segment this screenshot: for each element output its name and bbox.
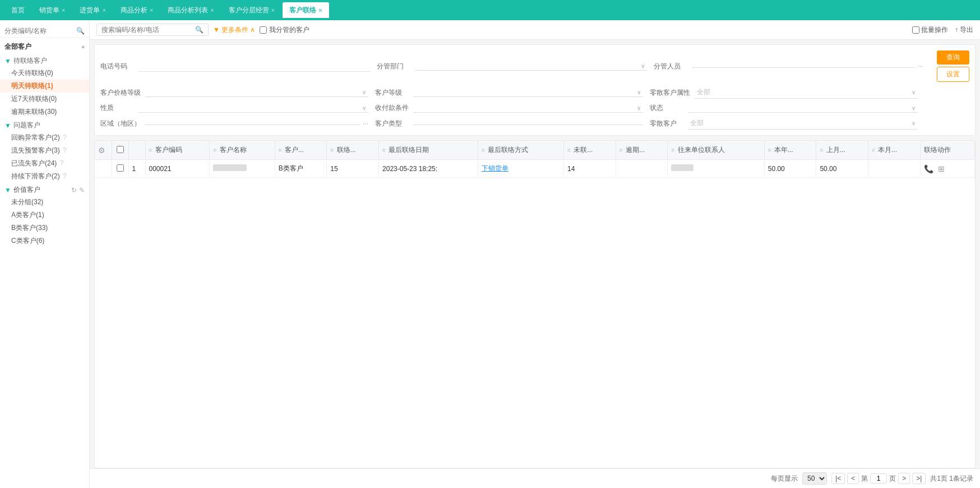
search-input[interactable] xyxy=(101,26,195,34)
col-last-contact-method[interactable]: ≡ 最后联络方式 xyxy=(478,141,563,160)
nav-item-sales[interactable]: 销货单 × xyxy=(33,2,72,18)
sidebar-item-a-class[interactable]: A类客户(1) xyxy=(0,209,89,222)
declining-help-icon[interactable]: ? xyxy=(63,172,67,180)
prev-page-btn[interactable]: < xyxy=(847,473,859,484)
batch-ops-checkbox[interactable] xyxy=(912,26,919,34)
problem-group-label: 问题客户 xyxy=(13,121,40,130)
next-page-btn[interactable]: > xyxy=(898,473,910,484)
sidebar-item-b-class[interactable]: B类客户(33) xyxy=(0,222,89,234)
nav-product-analysis-list-close[interactable]: × xyxy=(210,7,214,13)
all-customers-header[interactable]: 全部客户 « xyxy=(0,40,89,54)
more-conditions-arrow: ∧ xyxy=(250,26,255,34)
col-last-contact-date[interactable]: ≡ 最后联络日期 xyxy=(379,141,478,160)
pending-group-title[interactable]: ▼ 待联络客户 xyxy=(0,54,89,67)
col-contacts[interactable]: ≡ 联络... xyxy=(327,141,379,160)
repurchase-help-icon[interactable]: ? xyxy=(63,133,67,141)
row-grid-icon[interactable]: ⊞ xyxy=(938,164,945,173)
col-customer-code[interactable]: ≡ 客户编码 xyxy=(145,141,210,160)
filter-dept-arrow: ∨ xyxy=(641,63,645,69)
filter-price-level: 客户价格等级 ∨ xyxy=(100,88,368,98)
value-group-refresh-icon[interactable]: ↻ xyxy=(71,186,77,194)
filter-dept-select[interactable]: ∨ xyxy=(415,62,646,71)
col-last-month[interactable]: ≡ 上月... xyxy=(816,141,868,160)
filter-price-level-label: 客户价格等级 xyxy=(100,88,141,98)
nav-customer-segment-close[interactable]: × xyxy=(271,7,275,13)
nav-item-product-analysis[interactable]: 商品分析 × xyxy=(114,2,160,18)
col-contacts-person[interactable]: ≡ 往来单位联系人 xyxy=(668,141,764,160)
sidebar-item-today-pending[interactable]: 今天待联络(0) xyxy=(0,67,89,80)
value-group-arrow: ▼ xyxy=(4,186,11,194)
row-last-contact-method-cell[interactable]: 下销货单 xyxy=(478,160,563,178)
filter-region: 区域（地区） ··· xyxy=(100,119,368,128)
filter-region-dots[interactable]: ··· xyxy=(363,119,368,127)
nav-customer-contact-close[interactable]: × xyxy=(318,7,322,13)
filter-price-level-select[interactable]: ∨ xyxy=(145,88,368,97)
col-contacts-label: 联络... xyxy=(337,146,356,154)
my-customers-checkbox[interactable] xyxy=(260,26,267,34)
churn-warning-help-icon[interactable]: ? xyxy=(63,146,67,154)
sidebar-item-repurchase-abnormal[interactable]: 回购异常客户(2) ? xyxy=(0,131,89,144)
sidebar-item-ungrouped[interactable]: 未分组(32) xyxy=(0,196,89,209)
filter-retail-attr-select[interactable]: 全部 ∨ xyxy=(695,86,918,99)
repurchase-label: 回购异常客户(2) xyxy=(11,133,60,141)
sidebar-item-tomorrow-pending[interactable]: 明天待联络(1) xyxy=(0,80,89,93)
sidebar-item-churn-warning[interactable]: 流失预警客户(3) ? xyxy=(0,144,89,157)
filter-person-dots[interactable]: ··· xyxy=(918,62,923,70)
nav-item-home[interactable]: 首页 xyxy=(4,2,31,18)
search-button[interactable]: 🔍 xyxy=(195,26,204,34)
sidebar-item-overdue-pending[interactable]: 逾期未联络(30) xyxy=(0,105,89,118)
nav-item-customer-contact[interactable]: 客户联络 × xyxy=(283,2,329,18)
filter-nature-select[interactable]: ∨ xyxy=(138,104,368,113)
sidebar-item-declining[interactable]: 持续下滑客户(2) ? xyxy=(0,170,89,183)
filter-phone-input[interactable] xyxy=(138,61,370,72)
filter-status-select[interactable]: ∨ xyxy=(688,104,918,113)
page-size-select[interactable]: 50 xyxy=(802,472,827,485)
sidebar-search-input[interactable] xyxy=(4,27,76,35)
filter-customer-type: 客户类型 xyxy=(375,119,643,128)
col-this-month[interactable]: ≡ 本月... xyxy=(868,141,921,160)
first-page-btn[interactable]: |< xyxy=(831,473,845,484)
page-number-input[interactable] xyxy=(870,473,887,484)
col-customer-name[interactable]: ≡ 客户名称 xyxy=(210,141,275,160)
row-action-cell: 📞 ⊞ xyxy=(920,160,974,178)
batch-ops-label: 批量操作 xyxy=(921,25,948,35)
query-button[interactable]: 查询 xyxy=(937,50,969,65)
filter-retail-customer-select[interactable]: 全部 ∨ xyxy=(688,117,918,130)
sidebar: 🔍 全部客户 « ▼ 待联络客户 今天待联络(0) 明天待联络(1) 近7天待联… xyxy=(0,20,90,488)
nav-product-analysis-close[interactable]: × xyxy=(150,7,153,13)
select-all-checkbox[interactable] xyxy=(117,146,124,153)
col-this-year[interactable]: ≡ 本年... xyxy=(764,141,816,160)
a-class-label: A类客户(1) xyxy=(11,211,44,219)
export-button[interactable]: ↑ 导出 xyxy=(955,25,973,35)
problem-group-title[interactable]: ▼ 问题客户 xyxy=(0,118,89,131)
sidebar-search-icon[interactable]: 🔍 xyxy=(76,27,85,35)
settings-button[interactable]: 设置 xyxy=(937,67,969,82)
filter-customer-level-select[interactable]: ∨ xyxy=(413,88,643,97)
last-page-btn[interactable]: >| xyxy=(912,473,926,484)
value-group-edit-icon[interactable]: ✎ xyxy=(79,186,85,194)
row-checkbox[interactable] xyxy=(117,164,124,172)
row-phone-icon[interactable]: 📞 xyxy=(924,164,933,173)
nav-item-product-analysis-list[interactable]: 商品分析列表 × xyxy=(161,2,220,18)
more-conditions-btn[interactable]: ▼ 更多条件 ∧ xyxy=(213,25,255,35)
churned-help-icon[interactable]: ? xyxy=(60,159,64,167)
table-settings-gear-icon[interactable]: ⚙ xyxy=(98,146,105,155)
batch-ops-btn[interactable]: 批量操作 xyxy=(912,25,948,35)
col-no-contact[interactable]: ≡ 未联... xyxy=(564,141,616,160)
sidebar-item-week-pending[interactable]: 近7天待联络(0) xyxy=(0,93,89,105)
filter-customer-type-select[interactable] xyxy=(413,122,643,125)
sidebar-item-c-class[interactable]: C类客户(6) xyxy=(0,234,89,247)
nav-item-purchase[interactable]: 进货单 × xyxy=(73,2,112,18)
filter-payment-select[interactable]: ∨ xyxy=(413,104,643,113)
nav-purchase-close[interactable]: × xyxy=(102,7,105,13)
filter-status-label: 状态 xyxy=(650,103,683,113)
col-customer-type[interactable]: ≡ 客户... xyxy=(275,141,327,160)
sidebar-item-churned[interactable]: 已流失客户(24) ? xyxy=(0,157,89,170)
filter-person-select[interactable] xyxy=(692,65,916,68)
nav-sales-close[interactable]: × xyxy=(62,7,65,13)
col-overdue[interactable]: ≡ 逾期... xyxy=(616,141,668,160)
filter-phone: 电话号码 xyxy=(100,61,370,72)
filter-region-select[interactable] xyxy=(145,122,360,125)
nav-item-customer-segment[interactable]: 客户分层经营 × xyxy=(222,2,281,18)
col-last-contact-date-sort-icon: ≡ xyxy=(382,147,386,153)
